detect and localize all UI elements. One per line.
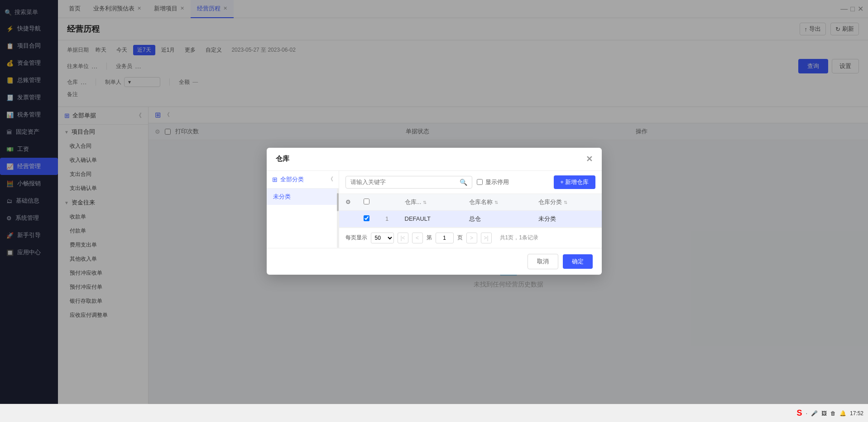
modal-per-page-label: 每页显示 (345, 234, 367, 242)
modal-title: 仓库 (276, 155, 289, 163)
sort-code-icon: ⇅ (423, 200, 427, 205)
pagination-last[interactable]: >| (481, 233, 492, 243)
modal-right-panel: 🔍 显示停用 + 新增仓库 ⚙ (339, 171, 602, 248)
modal-select-all[interactable] (364, 199, 369, 204)
modal-per-page-select[interactable]: 50 10 20 100 (371, 233, 394, 243)
th-check (357, 194, 376, 211)
pagination-page-input[interactable] (436, 233, 454, 243)
pagination-prev[interactable]: < (412, 233, 423, 243)
pagination-page-label: 第 (427, 234, 432, 242)
modal-left-scrollbar-thumb (337, 193, 339, 211)
add-warehouse-button[interactable]: + 新增仓库 (554, 175, 595, 189)
th-setting: ⚙ (339, 194, 357, 211)
row-setting (339, 210, 357, 227)
taskbar-icon-mic: 🎤 (811, 410, 818, 417)
row-code: DEFAULT (398, 210, 463, 227)
taskbar-icon-trash: 🗑 (830, 410, 836, 417)
taskbar: S · 🎤 🖼 🗑 🔔 17:52 (0, 404, 868, 422)
row-index: 1 (376, 210, 398, 227)
row-category: 未分类 (532, 210, 601, 227)
sort-cat-icon: ⇅ (564, 200, 567, 205)
modal-overlay[interactable]: 仓库 ✕ ⊞ 全部分类 《 未分类 (0, 0, 868, 422)
modal-category-scroll[interactable]: 未分类 (267, 189, 339, 248)
taskbar-icon-s: S (797, 408, 802, 418)
modal-close-button[interactable]: ✕ (586, 154, 593, 164)
th-code: 仓库...⇅ (398, 194, 463, 211)
pagination-next[interactable]: > (466, 233, 477, 243)
modal-table: ⚙ 仓库...⇅ 仓库名称⇅ 仓库分类⇅ (339, 194, 602, 228)
pagination-total: 共1页，1条记录 (500, 234, 538, 242)
category-uncategorized[interactable]: 未分类 (267, 189, 339, 205)
modal-category-header: ⊞ 全部分类 《 (267, 171, 339, 189)
th-name: 仓库名称⇅ (463, 194, 532, 211)
modal-toolbar: 🔍 显示停用 + 新增仓库 (339, 171, 602, 194)
modal-search-input[interactable] (350, 179, 457, 185)
category-all-label: 全部分类 (280, 175, 304, 184)
sort-name-icon: ⇅ (494, 200, 498, 205)
taskbar-icon-img: 🖼 (821, 410, 827, 417)
modal-search-icon: 🔍 (460, 179, 467, 186)
row-name: 总仓 (463, 210, 532, 227)
row-check[interactable] (357, 210, 376, 227)
taskbar-right: S · 🎤 🖼 🗑 🔔 17:52 (797, 408, 863, 418)
modal-left-scrollbar[interactable] (337, 189, 339, 248)
confirm-button[interactable]: 确定 (563, 254, 593, 269)
taskbar-icon-dot: · (806, 410, 807, 417)
show-disabled-checkbox[interactable] (477, 179, 483, 185)
taskbar-icon-bell: 🔔 (839, 410, 846, 417)
show-disabled-label[interactable]: 显示停用 (477, 178, 509, 186)
pagination-page-suffix: 页 (457, 234, 463, 242)
modal-category-panel: ⊞ 全部分类 《 未分类 (267, 171, 339, 248)
modal-footer: 取消 确定 (267, 248, 602, 275)
modal-pagination: 每页显示 50 10 20 100 |< < 第 页 > >| 共1页，1条记录 (339, 228, 602, 248)
warehouse-modal: 仓库 ✕ ⊞ 全部分类 《 未分类 (267, 148, 602, 275)
category-grid-icon: ⊞ (272, 176, 278, 183)
table-row[interactable]: 1 DEFAULT 总仓 未分类 (339, 210, 602, 227)
th-index (376, 194, 398, 211)
th-category: 仓库分类⇅ (532, 194, 601, 211)
modal-header: 仓库 ✕ (267, 148, 602, 171)
taskbar-time: 17:52 (850, 410, 863, 417)
modal-search-box[interactable]: 🔍 (345, 176, 472, 189)
pagination-first[interactable]: |< (398, 233, 408, 243)
cancel-button[interactable]: 取消 (528, 254, 558, 269)
category-collapse-icon[interactable]: 《 (328, 175, 333, 183)
modal-body: ⊞ 全部分类 《 未分类 🔍 (267, 171, 602, 248)
